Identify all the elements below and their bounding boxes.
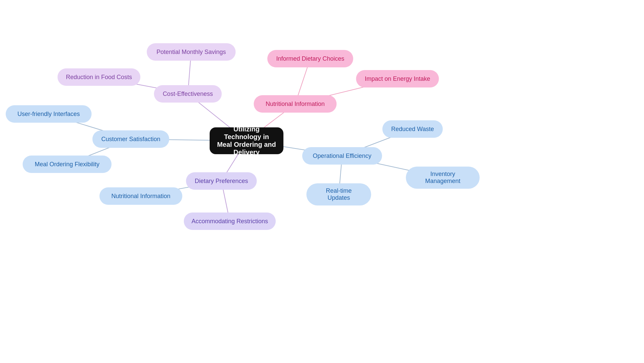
nutritional-info-bottom-node[interactable]: Nutritional Information xyxy=(100,187,182,205)
inventory-management-node[interactable]: Inventory Management xyxy=(406,167,480,189)
real-time-updates-node[interactable]: Real-time Updates xyxy=(307,183,371,205)
reduced-waste-node[interactable]: Reduced Waste xyxy=(382,120,443,138)
dietary-info-group-node[interactable]: Dietary Preferences xyxy=(186,172,257,190)
accommodating-restrictions-node[interactable]: Accommodating Restrictions xyxy=(184,213,276,230)
informed-dietary-choices-node[interactable]: Informed Dietary Choices xyxy=(267,50,353,67)
meal-ordering-flexibility-node[interactable]: Meal Ordering Flexibility xyxy=(23,156,112,173)
nutritional-information-node[interactable]: Nutritional Information xyxy=(254,95,337,113)
impact-on-energy-intake-node[interactable]: Impact on Energy Intake xyxy=(356,70,439,87)
mindmap-container: Utilizing Technology in Meal Ordering an… xyxy=(0,0,644,363)
reduction-in-food-costs-node[interactable]: Reduction in Food Costs xyxy=(58,68,141,86)
customer-satisfaction-node[interactable]: Customer Satisfaction xyxy=(93,130,169,148)
potential-monthly-savings-node[interactable]: Potential Monthly Savings xyxy=(147,43,236,61)
operational-efficiency-node[interactable]: Operational Efficiency xyxy=(302,147,382,165)
user-friendly-interfaces-node[interactable]: User-friendly Interfaces xyxy=(6,105,92,123)
cost-effectiveness-node[interactable]: Cost-Effectiveness xyxy=(154,85,222,103)
center-node[interactable]: Utilizing Technology in Meal Ordering an… xyxy=(210,127,283,154)
